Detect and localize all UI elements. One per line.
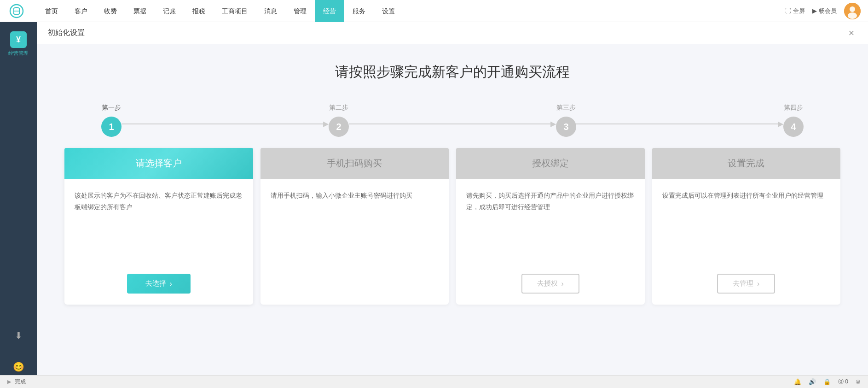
fullscreen-button[interactable]: ⛶ 全屏: [785, 7, 805, 15]
nav-business[interactable]: 工商项目: [214, 0, 256, 22]
nav-operation[interactable]: 经营: [315, 0, 344, 22]
arrow-icon: ›: [561, 280, 564, 288]
yuan-icon: ¥: [10, 31, 27, 48]
nav-bookkeeping[interactable]: 记账: [155, 0, 184, 22]
card-qr-purchase: 手机扫码购买 请用手机扫码，输入小微企业主账号密码进行购买: [260, 148, 449, 305]
score-count: ⑩: [856, 379, 861, 385]
notif-count: ⓪ 0: [838, 378, 848, 386]
nav-right-section: ⛶ 全屏 ▶ 畅会员: [785, 3, 861, 19]
play-status-icon: ▶: [7, 379, 11, 385]
nav-settings[interactable]: 设置: [374, 0, 403, 22]
card-4-footer: 去管理 ›: [652, 274, 841, 294]
step-4-label: 第四步: [784, 104, 803, 112]
card-setup-complete: 设置完成 设置完成后可以在管理列表进行所有企业用户的经营管理 去管理 ›: [652, 148, 841, 305]
sidebar-item-operation[interactable]: ¥ 经营管理: [0, 26, 37, 62]
card-4-header: 设置完成: [652, 148, 841, 179]
nav-service[interactable]: 服务: [344, 0, 374, 22]
card-4-body: 设置完成后可以在管理列表进行所有企业用户的经营管理: [652, 179, 841, 274]
arrow-icon: ›: [757, 280, 759, 288]
status-right: 🔔 🔊 🔒 ⓪ 0 ⑩: [794, 378, 861, 386]
card-1-footer: 去选择 ›: [64, 274, 253, 294]
bell-icon: 🔔: [794, 378, 801, 385]
close-button[interactable]: ×: [846, 28, 857, 39]
step-1: 第一步 1: [101, 104, 122, 137]
nav-home[interactable]: 首页: [37, 0, 66, 22]
svg-point-3: [850, 6, 855, 12]
step-2-label: 第二步: [329, 104, 348, 112]
nav-invoice[interactable]: 票据: [125, 0, 155, 22]
svg-point-4: [848, 12, 857, 19]
card-2-body: 请用手机扫码，输入小微企业主账号密码进行购买: [260, 179, 449, 294]
go-manage-button[interactable]: 去管理 ›: [717, 274, 775, 294]
connector-3-4: ▶: [576, 104, 783, 128]
top-navigation: 首页 客户 收费 票据 记账 报税 工商项目 消息 管理 经营 服务 设置 ⛶ …: [0, 0, 868, 22]
page-header: 初始化设置 ×: [37, 22, 868, 44]
setup-content: 请按照步骤完成新客户的开通购买流程 第一步 1 ▶ 第二步 2: [37, 44, 868, 323]
step-4-circle: 4: [783, 117, 804, 137]
play-icon: ▶: [812, 7, 817, 14]
download-icon: ⬇: [10, 327, 27, 344]
setup-heading: 请按照步骤完成新客户的开通购买流程: [64, 63, 840, 82]
nav-customer[interactable]: 客户: [66, 0, 96, 22]
card-select-customer: 请选择客户 该处展示的客户为不在回收站、客户状态正常建账后完成老板端绑定的所有客…: [64, 148, 253, 305]
step-4: 第四步 4: [783, 104, 804, 137]
card-1-body: 该处展示的客户为不在回收站、客户状态正常建账后完成老板端绑定的所有客户: [64, 179, 253, 274]
nav-message[interactable]: 消息: [256, 0, 285, 22]
fullscreen-icon: ⛶: [785, 7, 791, 14]
lock-icon: 🔒: [823, 378, 831, 385]
go-auth-button[interactable]: 去授权 ›: [521, 274, 579, 294]
app-logo: [7, 2, 26, 20]
step-3-label: 第三步: [556, 104, 576, 112]
sidebar-item-download[interactable]: ⬇: [0, 322, 37, 349]
nav-menu: 首页 客户 收费 票据 记账 报税 工商项目 消息 管理 经营 服务 设置: [37, 0, 785, 22]
status-label: 完成: [15, 378, 26, 386]
user-avatar[interactable]: [844, 3, 861, 19]
connector-2-3: ▶: [349, 104, 556, 128]
step-3-circle: 3: [556, 117, 576, 137]
card-1-header: 请选择客户: [64, 148, 253, 179]
step-3: 第三步 3: [556, 104, 576, 137]
card-3-footer: 去授权 ›: [456, 274, 645, 294]
vip-button[interactable]: ▶ 畅会员: [812, 7, 837, 15]
card-3-header: 授权绑定: [456, 148, 645, 179]
page-title: 初始化设置: [48, 28, 85, 38]
card-auth-bind: 授权绑定 请先购买，购买后选择开通的产品中的企业用户进行授权绑定，成功后即可进行…: [456, 148, 645, 305]
steps-row: 第一步 1 ▶ 第二步 2 ▶: [64, 104, 840, 137]
content-area: 初始化设置 × 请按照步骤完成新客户的开通购买流程 第一步 1 ▶: [37, 22, 868, 388]
step-2-circle: 2: [329, 117, 349, 137]
nav-charge[interactable]: 收费: [96, 0, 125, 22]
support-icon: 😊: [10, 359, 27, 375]
arrow-icon: ›: [170, 280, 172, 288]
step-1-label: 第一步: [102, 104, 121, 112]
nav-manage[interactable]: 管理: [285, 0, 315, 22]
sidebar: ¥ 经营管理 ⬇ 😊: [0, 22, 37, 388]
step-2: 第二步 2: [329, 104, 349, 137]
nav-tax[interactable]: 报税: [184, 0, 214, 22]
cards-row: 请选择客户 该处展示的客户为不在回收站、客户状态正常建账后完成老板端绑定的所有客…: [64, 148, 840, 305]
card-3-body: 请先购买，购买后选择开通的产品中的企业用户进行授权绑定，成功后即可进行经营管理: [456, 179, 645, 274]
main-layout: ¥ 经营管理 ⬇ 😊 初始化设置 × 请按照步骤完成新客户的开通购买流程 第一步…: [0, 22, 868, 388]
connector-1-2: ▶: [122, 104, 329, 128]
step-1-circle: 1: [101, 117, 122, 137]
status-bar: ▶ 完成 🔔 🔊 🔒 ⓪ 0 ⑩: [0, 375, 868, 388]
volume-icon: 🔊: [809, 378, 816, 385]
go-select-button[interactable]: 去选择 ›: [127, 274, 191, 294]
card-2-header: 手机扫码购买: [260, 148, 449, 179]
